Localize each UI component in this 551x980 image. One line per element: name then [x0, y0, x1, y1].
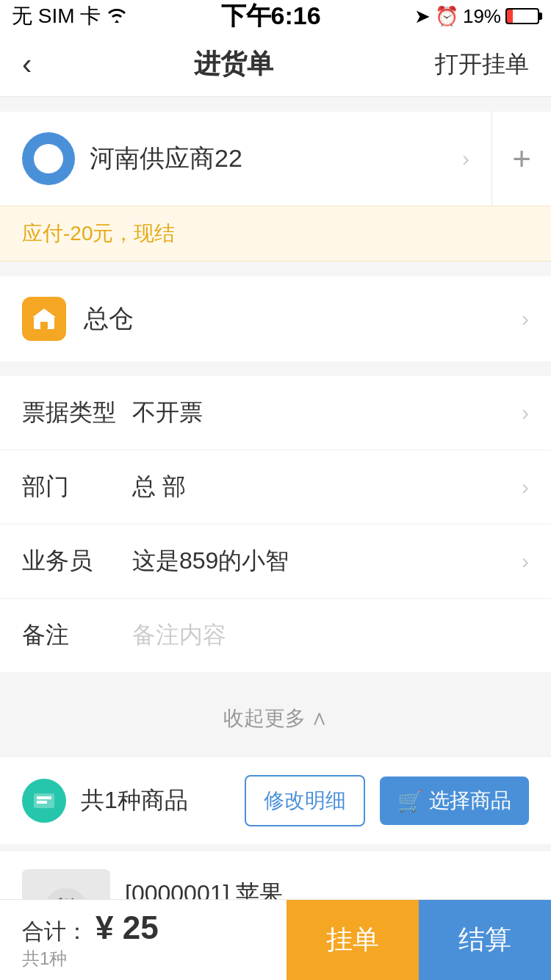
total-label: 合计：: [22, 917, 88, 947]
svg-rect-4: [37, 796, 51, 799]
supplier-section: 河南供应商22 › +: [0, 112, 551, 206]
collapse-button[interactable]: 收起更多 ∧: [0, 687, 551, 750]
salesman-label: 业务员: [22, 545, 132, 577]
total-section: 合计： ¥ 25 共1种: [0, 900, 287, 980]
back-button[interactable]: ‹: [22, 48, 32, 81]
invoice-chevron-icon: ›: [522, 400, 529, 425]
select-product-label: 选择商品: [429, 787, 511, 815]
warehouse-name: 总仓: [84, 302, 522, 336]
supplier-avatar: [22, 132, 75, 185]
collapse-label: 收起更多 ∧: [223, 707, 328, 729]
checkout-button[interactable]: 结算: [419, 900, 551, 980]
remark-label: 备注: [22, 619, 132, 652]
battery-percent: 19%: [463, 5, 501, 28]
alarm-icon: ⏰: [435, 5, 458, 28]
battery-icon: [505, 8, 539, 24]
invoice-type-label: 票据类型: [22, 397, 132, 429]
pending-button[interactable]: 挂单: [287, 900, 419, 980]
department-label: 部门: [22, 471, 132, 503]
alert-text: 应付-20元，现结: [22, 222, 175, 245]
salesman-value: 这是859的小智: [132, 545, 522, 577]
products-header: 共1种商品 修改明细 🛒 选择商品: [0, 757, 551, 844]
form-section: 票据类型 不开票 › 部门 总 部 › 业务员 这是859的小智 › 备注 备注…: [0, 376, 551, 672]
nav-bar: ‹ 进货单 打开挂单: [0, 32, 551, 97]
chevron-right-icon: ›: [462, 146, 469, 171]
department-value: 总 部: [132, 471, 522, 503]
svg-rect-5: [37, 801, 47, 804]
status-carrier: 无 SIM 卡: [12, 2, 127, 30]
edit-details-button[interactable]: 修改明细: [245, 775, 365, 826]
wifi-icon: [107, 4, 127, 28]
select-product-button[interactable]: 🛒 选择商品: [380, 777, 529, 825]
supplier-select[interactable]: 河南供应商22 ›: [0, 112, 492, 206]
remark-row[interactable]: 备注 备注内容: [0, 599, 551, 672]
status-time: 下午6:16: [221, 0, 321, 33]
salesman-row[interactable]: 业务员 这是859的小智 ›: [0, 525, 551, 599]
avatar-inner: [34, 144, 63, 173]
checkout-label: 结算: [458, 922, 511, 958]
department-row[interactable]: 部门 总 部 ›: [0, 450, 551, 525]
location-icon: ➤: [414, 5, 431, 28]
carrier-text: 无 SIM 卡: [12, 2, 101, 30]
invoice-type-row[interactable]: 票据类型 不开票 ›: [0, 376, 551, 450]
warehouse-chevron-icon: ›: [522, 306, 529, 331]
warehouse-icon: [22, 297, 66, 341]
remark-input[interactable]: 备注内容: [132, 619, 529, 652]
products-icon: [22, 779, 66, 823]
bottom-bar: 合计： ¥ 25 共1种 挂单 结算: [0, 899, 551, 980]
department-chevron-icon: ›: [522, 475, 529, 500]
svg-rect-2: [40, 322, 48, 329]
pending-label: 挂单: [326, 922, 379, 958]
total-row: 合计： ¥ 25: [22, 909, 264, 947]
products-count: 共1种商品: [81, 785, 230, 817]
invoice-type-value: 不开票: [132, 397, 522, 429]
supplier-add-button[interactable]: +: [492, 112, 551, 206]
page-title: 进货单: [194, 46, 273, 82]
status-bar: 无 SIM 卡 下午6:16 ➤ ⏰ 19%: [0, 0, 551, 32]
warehouse-section[interactable]: 总仓 ›: [0, 276, 551, 361]
status-right: ➤ ⏰ 19%: [414, 5, 539, 28]
total-amount: ¥ 25: [96, 909, 159, 946]
total-count: 共1种: [22, 947, 264, 970]
supplier-alert: 应付-20元，现结: [0, 206, 551, 262]
open-pending-button[interactable]: 打开挂单: [435, 48, 529, 81]
supplier-name: 河南供应商22: [90, 142, 462, 176]
cart-icon: 🛒: [397, 789, 423, 813]
svg-marker-1: [32, 309, 56, 317]
salesman-chevron-icon: ›: [522, 549, 529, 574]
